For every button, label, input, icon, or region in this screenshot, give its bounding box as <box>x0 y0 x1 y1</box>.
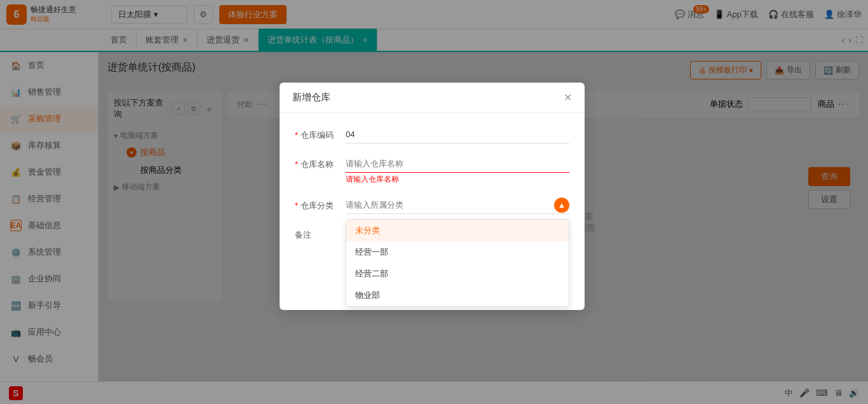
category-dropdown-list: 未分类 经营一部 经营二部 物业部 <box>346 219 569 307</box>
required-star-name: * <box>295 159 298 169</box>
required-star: * <box>295 130 298 140</box>
name-error-tip: 请输入仓库名称 <box>346 174 569 185</box>
category-input[interactable] <box>346 196 569 214</box>
modal-body: * 仓库编码 * 仓库名称 请输入仓库名称 <box>280 113 585 269</box>
code-label: * 仓库编码 <box>295 126 346 141</box>
modal-title: 新增仓库 <box>292 91 330 104</box>
code-input-container <box>346 126 569 144</box>
required-star-cat: * <box>295 201 298 210</box>
modal-header: 新增仓库 ✕ <box>280 83 585 113</box>
note-label: 备注 <box>295 226 346 241</box>
name-label: * 仓库名称 <box>295 155 346 170</box>
modal-close-button[interactable]: ✕ <box>564 91 572 104</box>
dropdown-item-property[interactable]: 物业部 <box>346 285 569 306</box>
category-dropdown-arrow[interactable]: ▲ <box>554 198 569 213</box>
name-input[interactable] <box>346 155 569 173</box>
dropdown-item-dept1[interactable]: 经营一部 <box>346 241 569 263</box>
add-warehouse-modal: 新增仓库 ✕ * 仓库编码 * 仓库名称 <box>280 83 585 310</box>
dropdown-item-unclassified[interactable]: 未分类 <box>346 220 569 241</box>
name-input-container: 请输入仓库名称 <box>346 155 569 185</box>
dropdown-item-dept2[interactable]: 经营二部 <box>346 263 569 285</box>
form-row-code: * 仓库编码 <box>295 126 569 144</box>
form-row-name: * 仓库名称 请输入仓库名称 <box>295 155 569 185</box>
form-row-category: * 仓库分类 ▲ 未分类 经营一部 经营二部 物业部 <box>295 196 569 214</box>
modal-overlay: 新增仓库 ✕ * 仓库编码 * 仓库名称 <box>0 0 868 404</box>
category-input-container: ▲ 未分类 经营一部 经营二部 物业部 <box>346 196 569 214</box>
category-label: * 仓库分类 <box>295 196 346 212</box>
code-input[interactable] <box>346 126 569 144</box>
